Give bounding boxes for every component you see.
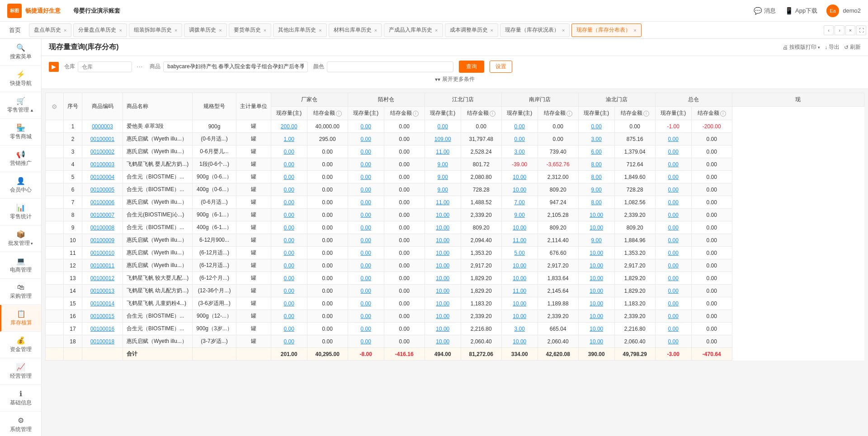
cell-code[interactable]: 00100002	[82, 145, 123, 158]
cell-data-0[interactable]: 0.00	[271, 183, 307, 196]
cell-data-6[interactable]: 10.00	[501, 221, 538, 234]
info-icon-6[interactable]: i	[720, 111, 726, 117]
th-gear[interactable]: ⚙	[46, 93, 64, 120]
tab-kucun-fen[interactable]: 现存量（库存分布表） ×	[571, 23, 641, 37]
cell-data-0[interactable]: 0.00	[271, 297, 307, 310]
cell-data-2[interactable]: 0.00	[348, 259, 384, 272]
tab-close-all-btn[interactable]: ×	[845, 25, 855, 35]
cell-data-4[interactable]: 10.00	[425, 259, 461, 272]
cell-data-8[interactable]: 10.00	[578, 297, 614, 310]
cell-data-10[interactable]: 0.00	[655, 297, 691, 310]
sidebar-item-member[interactable]: 👤 会员中心	[0, 172, 41, 199]
goods-input[interactable]	[163, 61, 308, 72]
sidebar-item-inventory[interactable]: 📋 库存核算	[0, 305, 41, 332]
cell-data-4[interactable]: 10.00	[425, 323, 461, 335]
tab-close-icon[interactable]: ×	[562, 28, 565, 33]
cell-data-8[interactable]: 10.00	[578, 272, 614, 285]
cell-data-6[interactable]: 9.00	[501, 209, 538, 221]
cell-data-8[interactable]: 10.00	[578, 247, 614, 259]
cell-data-2[interactable]: 0.00	[348, 335, 384, 348]
cell-data-2[interactable]: 0.00	[348, 209, 384, 221]
cell-data-10[interactable]: 0.00	[655, 133, 691, 145]
cell-data-6[interactable]: 3.00	[501, 145, 538, 158]
cell-data-10[interactable]: 0.00	[655, 285, 691, 297]
cell-code[interactable]: 00100015	[82, 310, 123, 323]
cell-code[interactable]: 00100016	[82, 323, 123, 335]
cell-data-0[interactable]: 0.00	[271, 285, 307, 297]
cell-data-0[interactable]: 0.00	[271, 247, 307, 259]
tab-chengben[interactable]: 成本调整单历史 ×	[445, 23, 498, 37]
sidebar-item-ops[interactable]: 📈 经营管理	[0, 358, 41, 385]
tab-close-icon[interactable]: ×	[64, 28, 66, 33]
cell-data-4[interactable]: 10.00	[425, 209, 461, 221]
cell-data-10[interactable]: 0.00	[655, 183, 691, 196]
cell-data-0[interactable]: 0.00	[271, 234, 307, 247]
cell-data-4[interactable]: 10.00	[425, 285, 461, 297]
sidebar-item-stats[interactable]: 📊 零售统计	[0, 199, 41, 225]
cell-data-10[interactable]: 0.00	[655, 247, 691, 259]
cell-data-6[interactable]: 5.00	[501, 247, 538, 259]
cell-data-10[interactable]: 0.00	[655, 221, 691, 234]
cell-data-4[interactable]: 10.00	[425, 297, 461, 310]
cell-data-10[interactable]: 0.00	[655, 209, 691, 221]
tab-fenpandian[interactable]: 分量盘点单历史 ×	[73, 23, 127, 37]
message-btn[interactable]: 💬 消息	[754, 7, 776, 15]
cell-data-4[interactable]: 10.00	[425, 335, 461, 348]
tab-close-icon[interactable]: ×	[119, 28, 122, 33]
cell-code[interactable]: 00100003	[82, 158, 123, 171]
cell-data-2[interactable]: 0.00	[348, 247, 384, 259]
tab-close-icon[interactable]: ×	[633, 28, 636, 33]
cell-data-4[interactable]: 10.00	[425, 234, 461, 247]
tab-close-icon[interactable]: ×	[435, 28, 438, 33]
export-action[interactable]: ↓ 导出	[825, 43, 840, 51]
search-button[interactable]: 查询	[459, 61, 484, 73]
cell-data-2[interactable]: 0.00	[348, 221, 384, 234]
table-wrapper[interactable]: ⚙ 序号 商品编码 商品名称 规格型号 主计量单位 厂家仓 陌村仓 江北门店 南…	[42, 89, 868, 436]
tab-diaob[interactable]: 调拨单历史 ×	[184, 23, 226, 37]
cell-data-2[interactable]: 0.00	[348, 171, 384, 183]
cell-data-8[interactable]: 10.00	[578, 259, 614, 272]
tab-pandian[interactable]: 盘点单历史 ×	[29, 23, 71, 37]
sidebar-item-retail[interactable]: 🛒 零售管理 ▲	[0, 92, 41, 119]
cell-data-10[interactable]: 0.00	[655, 234, 691, 247]
cell-data-6[interactable]: 11.00	[501, 234, 538, 247]
cell-data-0[interactable]: 0.00	[271, 171, 307, 183]
cell-data-8[interactable]: 3.00	[578, 133, 614, 145]
cell-data-10[interactable]: 0.00	[655, 145, 691, 158]
cell-data-8[interactable]: 10.00	[578, 285, 614, 297]
cell-data-8[interactable]: 0.00	[578, 120, 614, 133]
cell-code[interactable]: 00100013	[82, 285, 123, 297]
cell-data-10[interactable]: 0.00	[655, 171, 691, 183]
cell-data-2[interactable]: 0.00	[348, 133, 384, 145]
settings-button[interactable]: 设置	[490, 61, 512, 73]
cell-data-4[interactable]: 10.00	[425, 221, 461, 234]
cell-data-6[interactable]: 0.00	[501, 133, 538, 145]
tab-home[interactable]: 首页	[2, 22, 28, 39]
sidebar-item-wholesale[interactable]: 📦 批发管理 ▾	[0, 225, 41, 252]
cell-data-6[interactable]: 10.00	[501, 297, 538, 310]
tab-cailiao[interactable]: 材料出库单历史 ×	[329, 23, 382, 37]
refresh-action[interactable]: ↺ 刷新	[844, 43, 861, 51]
cell-data-8[interactable]: 10.00	[578, 323, 614, 335]
sidebar-item-search[interactable]: 🔍 搜索英单	[0, 39, 41, 66]
cell-data-8[interactable]: 10.00	[578, 221, 614, 234]
info-icon-5[interactable]: i	[643, 111, 649, 117]
cell-code[interactable]: 00100001	[82, 133, 123, 145]
cell-data-0[interactable]: 0.00	[271, 335, 307, 348]
dropdown-text[interactable]: 母婴行业演示账套	[73, 7, 120, 15]
cell-data-6[interactable]: 7.00	[501, 196, 538, 209]
cell-data-4[interactable]: 9.00	[425, 183, 461, 196]
cell-code[interactable]: 00100005	[82, 183, 123, 196]
warehouse-more-btn[interactable]: ···	[135, 63, 144, 71]
collapse-btn[interactable]: ▶	[49, 62, 59, 72]
cell-data-8[interactable]: 6.00	[578, 145, 614, 158]
cell-data-8[interactable]: 10.00	[578, 310, 614, 323]
cell-data-10[interactable]: 0.00	[655, 335, 691, 348]
cell-code[interactable]: 00100011	[82, 259, 123, 272]
cell-code[interactable]: 00100018	[82, 335, 123, 348]
sidebar-item-purchase[interactable]: 🛍 采购管理	[0, 279, 41, 305]
tab-expand-btn[interactable]: ⛶	[856, 25, 866, 35]
cell-data-2[interactable]: 0.00	[348, 310, 384, 323]
cell-data-2[interactable]: 0.00	[348, 234, 384, 247]
cell-data-6[interactable]: 10.00	[501, 272, 538, 285]
